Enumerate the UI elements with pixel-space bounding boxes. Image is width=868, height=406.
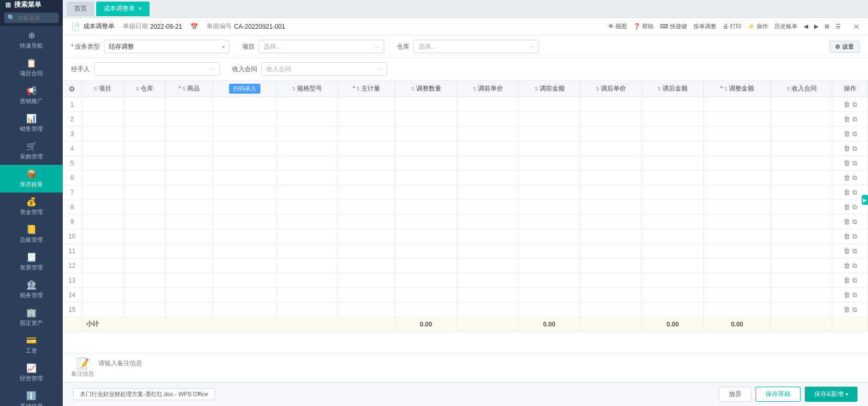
row-1-adj-amount[interactable] xyxy=(703,97,770,112)
row-10-copy-icon[interactable]: ⧉ xyxy=(852,232,857,241)
row-4-adj-qty[interactable] xyxy=(395,141,457,156)
project-select[interactable]: 选择... ··· xyxy=(259,40,384,53)
row-1-goods[interactable] xyxy=(165,97,213,112)
row-8-after-unit-price[interactable] xyxy=(580,200,642,215)
warehouse-select[interactable]: 选择... ··· xyxy=(414,40,539,53)
doc-calendar-icon[interactable]: 📅 xyxy=(190,23,198,30)
row-10-delete-icon[interactable]: 🗑 xyxy=(843,232,850,241)
row-1-prev-amount[interactable] xyxy=(519,97,580,112)
row-12-spec[interactable] xyxy=(276,258,338,273)
row-7-adj-qty[interactable] xyxy=(395,185,457,200)
save-draft-button[interactable]: 保存草稿 xyxy=(756,387,801,402)
row-15-project[interactable] xyxy=(82,302,123,317)
row-7-after-unit-price[interactable] xyxy=(580,185,642,200)
row-6-prev-amount[interactable] xyxy=(519,171,580,185)
row-12-adj-qty[interactable] xyxy=(395,258,457,273)
row-3-after-amount[interactable] xyxy=(642,127,703,141)
row-2-goods[interactable] xyxy=(165,112,213,127)
row-12-after-amount[interactable] xyxy=(642,258,703,273)
row-11-prev-unit-price[interactable] xyxy=(457,244,519,258)
row-14-after-unit-price[interactable] xyxy=(580,288,642,302)
row-5-unit[interactable] xyxy=(338,156,395,171)
row-12-prev-amount[interactable] xyxy=(519,258,580,273)
row-4-after-unit-price[interactable] xyxy=(580,141,642,156)
row-5-spec[interactable] xyxy=(276,156,338,171)
row-8-prev-unit-price[interactable] xyxy=(457,200,519,215)
row-12-adj-amount[interactable] xyxy=(703,258,770,273)
row-13-unit[interactable] xyxy=(338,273,395,288)
row-6-spec[interactable] xyxy=(276,171,338,185)
row-5-after-amount[interactable] xyxy=(642,156,703,171)
row-14-unit[interactable] xyxy=(338,288,395,302)
action-batch[interactable]: 按单调整 xyxy=(693,22,716,30)
row-4-goods[interactable] xyxy=(165,141,213,156)
row-2-after-unit-price[interactable] xyxy=(580,112,642,127)
row-4-spec[interactable] xyxy=(276,141,338,156)
row-9-after-amount[interactable] xyxy=(642,215,703,229)
row-9-adj-qty[interactable] xyxy=(395,215,457,229)
row-2-prev-amount[interactable] xyxy=(519,112,580,127)
row-15-after-amount[interactable] xyxy=(642,302,703,317)
row-14-income-contract[interactable] xyxy=(771,288,832,302)
row-8-delete-icon[interactable]: 🗑 xyxy=(843,203,850,211)
row-3-copy-icon[interactable]: ⧉ xyxy=(852,130,857,138)
row-14-adj-amount[interactable] xyxy=(703,288,770,302)
action-print[interactable]: 🖨 打印 xyxy=(723,22,741,30)
row-12-income-contract[interactable] xyxy=(771,258,832,273)
row-15-warehouse[interactable] xyxy=(123,302,165,317)
row-7-warehouse[interactable] xyxy=(123,185,165,200)
row-5-warehouse[interactable] xyxy=(123,156,165,171)
row-1-project[interactable] xyxy=(82,97,123,112)
sidebar-item-tax-mgmt[interactable]: 🏦税务管理 xyxy=(0,276,63,303)
row-8-project[interactable] xyxy=(82,200,123,215)
sidebar-item-invoice-mgmt[interactable]: 🧾发票管理 xyxy=(0,248,63,276)
row-6-income-contract[interactable] xyxy=(771,171,832,185)
row-15-delete-icon[interactable]: 🗑 xyxy=(843,306,850,314)
row-2-adj-qty[interactable] xyxy=(395,112,457,127)
row-2-unit[interactable] xyxy=(338,112,395,127)
row-11-delete-icon[interactable]: 🗑 xyxy=(843,247,850,255)
row-11-warehouse[interactable] xyxy=(123,244,165,258)
row-13-delete-icon[interactable]: 🗑 xyxy=(843,276,850,285)
row-5-prev-unit-price[interactable] xyxy=(457,156,519,171)
row-5-after-unit-price[interactable] xyxy=(580,156,642,171)
row-2-delete-icon[interactable]: 🗑 xyxy=(843,115,850,123)
row-11-income-contract[interactable] xyxy=(771,244,832,258)
row-3-income-contract[interactable] xyxy=(771,127,832,141)
row-8-income-contract[interactable] xyxy=(771,200,832,215)
row-5-income-contract[interactable] xyxy=(771,156,832,171)
row-9-income-contract[interactable] xyxy=(771,215,832,229)
row-8-adj-amount[interactable] xyxy=(703,200,770,215)
row-4-prev-unit-price[interactable] xyxy=(457,141,519,156)
row-7-copy-icon[interactable]: ⧉ xyxy=(852,188,857,197)
row-13-after-amount[interactable] xyxy=(642,273,703,288)
row-2-after-amount[interactable] xyxy=(642,112,703,127)
row-15-adj-qty[interactable] xyxy=(395,302,457,317)
action-shortcuts[interactable]: ⌨ 快捷键 xyxy=(660,22,687,30)
view-mode-grid[interactable]: ⊞ xyxy=(825,23,829,30)
sidebar-search-label[interactable]: 搜索菜单 xyxy=(14,0,41,9)
row-5-adj-amount[interactable] xyxy=(703,156,770,171)
row-4-prev-amount[interactable] xyxy=(519,141,580,156)
row-12-after-unit-price[interactable] xyxy=(580,258,642,273)
row-12-unit[interactable] xyxy=(338,258,395,273)
sidebar-item-project-contract[interactable]: 📋项目合同 xyxy=(0,54,63,82)
row-6-copy-icon[interactable]: ⧉ xyxy=(852,174,857,182)
save-new-button[interactable]: 保存&新增 ▾ xyxy=(805,387,858,402)
row-10-warehouse[interactable] xyxy=(123,229,165,244)
row-9-prev-unit-price[interactable] xyxy=(457,215,519,229)
row-2-prev-unit-price[interactable] xyxy=(457,112,519,127)
row-9-delete-icon[interactable]: 🗑 xyxy=(843,218,850,226)
right-edge-indicator[interactable]: ▶ xyxy=(862,195,868,205)
row-1-unit[interactable] xyxy=(338,97,395,112)
settings-button[interactable]: ⚙ 设置 xyxy=(829,41,860,53)
row-13-copy-icon[interactable]: ⧉ xyxy=(852,276,857,285)
action-view[interactable]: 👁 视图 xyxy=(608,22,627,30)
row-15-prev-amount[interactable] xyxy=(519,302,580,317)
row-15-after-unit-price[interactable] xyxy=(580,302,642,317)
sidebar-item-inventory[interactable]: 📦库存核算 xyxy=(0,165,63,193)
row-4-unit[interactable] xyxy=(338,141,395,156)
row-14-delete-icon[interactable]: 🗑 xyxy=(843,291,850,299)
row-14-warehouse[interactable] xyxy=(123,288,165,302)
sidebar-item-sales-mgmt[interactable]: 📊销售管理 xyxy=(0,109,63,137)
